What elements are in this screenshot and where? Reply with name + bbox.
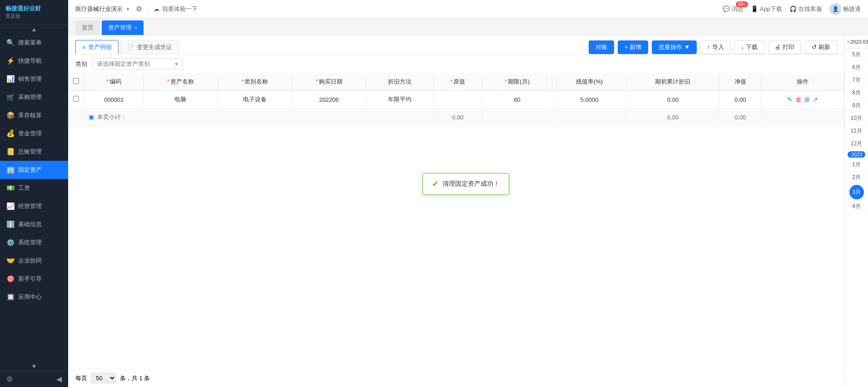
download-btn[interactable]: ↓ 下载 — [734, 40, 765, 54]
success-toast: ✔ 清理固定资产成功！ — [422, 173, 509, 195]
settings-gear-icon[interactable]: ⚙ — [136, 5, 142, 13]
total-label: 条，共 1 条 — [120, 374, 150, 382]
subtotal-label-cell: ▣ 本页小计： — [84, 109, 433, 126]
online-service-btn[interactable]: 🎧 在线客服 — [789, 5, 822, 13]
sidebar-label-basic-info: 基础信息 — [18, 220, 42, 228]
calendar-month[interactable]: 5月 — [845, 49, 868, 61]
row-actions-cell: ✎ 🗑 ⊞ ↗ — [761, 91, 844, 109]
sidebar-item-general-ledger[interactable]: 📒总账管理 — [0, 143, 68, 161]
sidebar-label-newbie: 新手引导 — [18, 275, 42, 283]
th-original-value: *原值 — [433, 73, 482, 91]
calendar-month[interactable]: 6月 — [845, 61, 868, 74]
tab-asset-mgmt[interactable]: 资产管理 × — [102, 20, 144, 35]
calendar-month[interactable]: 8月 — [845, 87, 868, 99]
sidebar-icon-system: ⚙️ — [6, 238, 15, 247]
sidebar-icon-enterprise: 🤝 — [6, 257, 15, 265]
user-profile-btn[interactable]: 👤 畅捷通 — [829, 3, 861, 15]
pagination: 每页 50 100 条，共 1 条 — [68, 369, 844, 387]
settings-icon[interactable]: ⚙ — [6, 375, 13, 383]
logo-sub: 普及版 — [5, 13, 63, 20]
edit-btn-0[interactable]: ✎ — [787, 96, 793, 103]
calendar-month[interactable]: 12月 — [845, 138, 868, 150]
calendar-month[interactable]: 11月 — [845, 125, 868, 138]
messages-btn[interactable]: 💬 消息 99+ — [723, 5, 744, 13]
sidebar-item-operations[interactable]: 📈经营管理 — [0, 197, 68, 215]
tab-close-icon[interactable]: × — [134, 25, 137, 30]
category-select[interactable] — [92, 58, 183, 69]
copy-btn-0[interactable]: ⊞ — [804, 96, 810, 103]
sidebar-item-search[interactable]: 🔍搜索菜单 — [0, 34, 68, 52]
row-term: 60 — [482, 91, 552, 109]
calendar-month[interactable]: 9月 — [845, 99, 868, 112]
refresh-icon: ↺ — [812, 44, 817, 50]
sidebar-item-sales[interactable]: 📊销售管理 — [0, 70, 68, 88]
row-initial-depr: 0.00 — [626, 91, 719, 109]
app-download-btn[interactable]: 📱 App下载 — [751, 5, 782, 13]
batch-ops-btn[interactable]: 批量操作 ▼ — [652, 40, 697, 54]
sidebar-label-enterprise: 企业协同 — [18, 257, 42, 265]
sidebar-scroll-down[interactable]: ▼ — [0, 362, 68, 371]
tab-home[interactable]: 首页 — [75, 20, 100, 35]
experience-btn[interactable]: ☁ 我要体验一下 — [154, 5, 198, 13]
sidebar-item-fixed-assets[interactable]: 🏢固定资产 — [0, 161, 68, 179]
more-btn-0[interactable]: ↗ — [813, 96, 818, 103]
sidebar-item-system[interactable]: ⚙️系统管理 — [0, 233, 68, 252]
sidebar-icon-general-ledger: 📒 — [6, 148, 15, 156]
calendar-current-month[interactable]: 3月 — [849, 185, 864, 199]
sidebar-bottom: ⚙ ◀ — [0, 371, 68, 387]
table-wrapper: *编码 *资产名称 *类别名称 *购买日期 折旧方法 *原值 *期限(月) 残值… — [68, 73, 844, 369]
right-panel-close-icon[interactable]: × — [847, 38, 850, 45]
tab-asset-detail[interactable]: ≡ 资产明细 — [75, 40, 119, 54]
sidebar-item-apps[interactable]: 🔲应用中心 — [0, 288, 68, 306]
sidebar-item-enterprise[interactable]: 🤝企业协同 — [0, 252, 68, 270]
th-term: *期限(月) — [482, 73, 552, 91]
sidebar-icon-fixed-assets: 🏢 — [6, 166, 15, 174]
print-btn[interactable]: 🖨 打印 — [768, 40, 801, 54]
subtotal-term — [482, 109, 552, 126]
sidebar-item-payroll[interactable]: 💵工资 — [0, 179, 68, 197]
cloud-icon: ☁ — [154, 5, 159, 12]
sidebar-scroll-up[interactable]: ▲ — [0, 25, 68, 34]
subtotal-icon: ▣ — [89, 114, 94, 120]
delete-btn-0[interactable]: 🗑 — [795, 96, 802, 103]
row-net-value: 0.00 — [719, 91, 761, 109]
voucher-icon: 📄 — [127, 44, 134, 50]
th-net-value: 净值 — [719, 73, 761, 91]
sidebar-label-quick-nav: 快捷导航 — [18, 57, 42, 65]
subtotal-original: 0.00 — [433, 109, 482, 126]
main-area: 医疗器械行业演示 ▼ ⚙ ☁ 我要体验一下 💬 消息 99+ 📱 App下载 🎧… — [68, 0, 868, 387]
sidebar-item-inventory[interactable]: 📦库存核算 — [0, 106, 68, 124]
select-all-checkbox[interactable] — [73, 78, 79, 84]
sidebar-icon-payroll: 💵 — [6, 184, 15, 192]
tab-change-voucher[interactable]: 📄 变更生成凭证 — [120, 40, 179, 54]
row-name: 电脑 — [144, 91, 218, 109]
calendar-month[interactable]: 2月 — [845, 171, 868, 184]
import-btn[interactable]: ↑ 导入 — [700, 40, 731, 54]
calendar-month[interactable]: 7月 — [845, 74, 868, 87]
new-btn[interactable]: + 新增 — [618, 40, 648, 54]
toast-message: 清理固定资产成功！ — [442, 180, 500, 188]
sidebar-item-newbie[interactable]: 🎯新手引导 — [0, 270, 68, 288]
subtotal-cb — [68, 109, 84, 126]
sidebar-item-purchase[interactable]: 🛒采购管理 — [0, 88, 68, 106]
sidebar-item-basic-info[interactable]: ℹ️基础信息 — [0, 215, 68, 233]
inner-tabs: ≡ 资产明细 📄 变更生成凭证 对账 + 新增 批量操作 — [68, 35, 844, 55]
right-panel: × 2023.03 ⤢ 5月6月7月8月9月10月11月12月20231月2月3… — [844, 35, 868, 387]
sidebar-label-fixed-assets: 固定资产 — [18, 166, 42, 174]
table-row: 000001 电脑 电子设备 202206 年限平均 60 5.0000 0.0… — [68, 91, 844, 109]
row-checkbox-cell — [68, 91, 84, 109]
sidebar-item-quick-nav[interactable]: ⚡快捷导航 — [0, 52, 68, 70]
sidebar-item-finance[interactable]: 💰资金管理 — [0, 124, 68, 143]
sidebar-label-finance: 资金管理 — [18, 129, 42, 138]
row-checkbox-0[interactable] — [73, 96, 79, 102]
per-page-select[interactable]: 50 100 — [91, 373, 116, 383]
service-icon: 🎧 — [789, 5, 797, 12]
refresh-btn[interactable]: ↺ 刷新 — [805, 40, 837, 54]
company-selector[interactable]: 医疗器械行业演示 ▼ — [75, 5, 130, 13]
th-purchase-date: *购买日期 — [292, 73, 366, 91]
collapse-icon[interactable]: ◀ — [56, 375, 62, 383]
reconcile-btn[interactable]: 对账 — [589, 40, 614, 54]
calendar-month[interactable]: 10月 — [845, 112, 868, 125]
calendar-month[interactable]: 1月 — [845, 159, 868, 171]
calendar-month[interactable]: 4月 — [845, 200, 868, 213]
